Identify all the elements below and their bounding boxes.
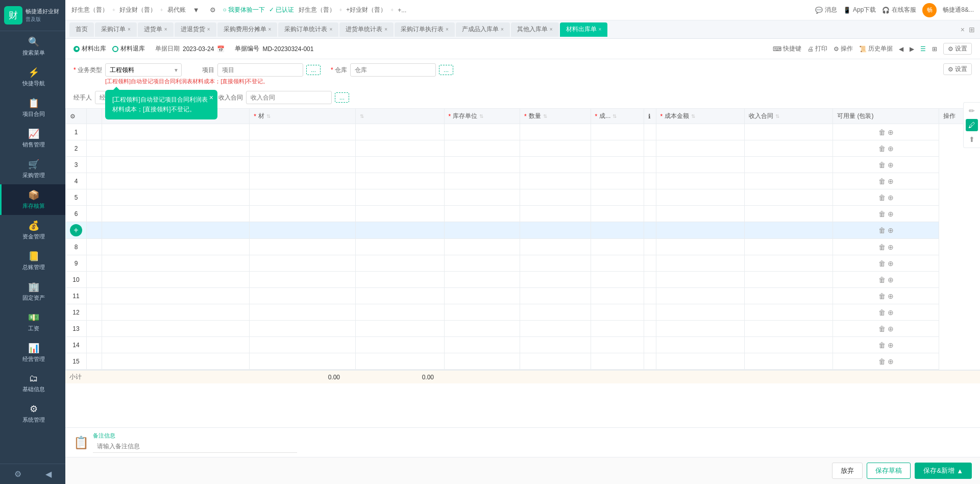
row-1-material[interactable] [102, 124, 250, 140]
save-new-dropdown-icon[interactable]: ▲ [957, 467, 963, 475]
tooltip-close-btn[interactable]: × [209, 92, 213, 103]
row-5-copy-btn[interactable]: ⊕ [888, 193, 894, 202]
sidebar-item-inventory[interactable]: 📦 库存核算 [0, 184, 65, 215]
row-7-copy-btn[interactable]: ⊕ [888, 226, 894, 234]
project-input[interactable] [217, 63, 303, 77]
tab-other-storage-close[interactable]: × [550, 27, 553, 32]
row-1-delete-btn[interactable]: 🗑 [878, 128, 886, 136]
row-2-project[interactable] [87, 140, 102, 157]
row-2-unit[interactable] [356, 140, 444, 157]
row-1-project[interactable] [87, 124, 102, 140]
doc-date-value[interactable]: 2023-03-24 [183, 45, 214, 53]
row-3-delete-btn[interactable]: 🗑 [878, 161, 886, 169]
row-1-copy-btn[interactable]: ⊕ [888, 128, 894, 136]
nav-link-haoyecai2[interactable]: +好业财（普） [346, 6, 386, 14]
row-4-copy-btn[interactable]: ⊕ [888, 177, 894, 185]
tab-product-storage-close[interactable]: × [501, 27, 504, 32]
row-3-copy-btn[interactable]: ⊕ [888, 161, 894, 169]
sidebar-item-fixed-assets[interactable]: 🏢 固定资产 [0, 276, 65, 307]
tab-incoming-stats[interactable]: 进货单统计表 × [339, 22, 394, 37]
nav-online-service-btn[interactable]: 🎧 在线客服 [882, 6, 916, 14]
tab-purchase-expense-close[interactable]: × [268, 27, 272, 32]
right-tool-edit-btn[interactable]: 🖊 [966, 119, 978, 131]
right-tool-upload-btn[interactable]: ⬆ [966, 133, 978, 146]
row-1-income-contract[interactable] [656, 124, 744, 140]
tab-purchase-order-close[interactable]: × [128, 27, 131, 32]
row-13-delete-btn[interactable]: 🗑 [878, 325, 886, 333]
calendar-icon[interactable]: 📅 [217, 45, 225, 53]
tab-purchase-stats-close[interactable]: × [329, 27, 332, 32]
tab-material-out[interactable]: 材料出库单 × [560, 22, 608, 37]
tab-incoming-close[interactable]: × [164, 27, 167, 32]
view-list-btn[interactable]: ☰ [920, 45, 926, 53]
row-2-spec[interactable] [250, 140, 356, 157]
row-2-copy-btn[interactable]: ⊕ [888, 144, 894, 153]
sidebar-item-accounting[interactable]: 📒 总账管理 [0, 246, 65, 276]
warehouse-more-btn[interactable]: ... [439, 65, 453, 75]
row-9-copy-btn[interactable]: ⊕ [888, 259, 894, 268]
row-12-delete-btn[interactable]: 🗑 [878, 308, 886, 317]
form-settings-btn[interactable]: ⚙ 设置 [943, 63, 972, 75]
new-row-input-2[interactable] [106, 227, 245, 234]
nav-link-haoshengyi2[interactable]: 好生意（普） [299, 6, 335, 14]
row-6-copy-btn[interactable]: ⊕ [888, 210, 894, 218]
tab-product-storage[interactable]: 产成品入库单 × [456, 22, 510, 37]
radio-material-out[interactable]: 材料出库 [74, 44, 106, 53]
income-contract-input[interactable] [246, 91, 332, 104]
sidebar-item-search[interactable]: 🔍 搜索菜单 [0, 31, 65, 62]
right-tool-annotate-btn[interactable]: ✏ [966, 105, 978, 117]
row-15-copy-btn[interactable]: ⊕ [888, 357, 894, 366]
tab-purchase-expense[interactable]: 采购费用分摊单 × [217, 22, 278, 37]
tab-incoming-stats-close[interactable]: × [384, 27, 387, 32]
income-contract-more-btn[interactable]: ... [335, 92, 349, 103]
sidebar-item-system[interactable]: ⚙ 系统管理 [0, 398, 65, 429]
row-5-delete-btn[interactable]: 🗑 [878, 193, 886, 202]
nav-username[interactable]: 畅捷通8&... [943, 6, 974, 14]
notes-input[interactable] [93, 440, 297, 453]
row-11-copy-btn[interactable]: ⊕ [888, 292, 894, 300]
business-type-select[interactable]: 工程领料 直接领料 [105, 63, 182, 77]
tab-material-out-close[interactable]: × [599, 27, 602, 32]
save-new-btn[interactable]: 保存&新增 ▲ [915, 463, 972, 479]
sidebar-settings-btn[interactable]: ⚙ [14, 469, 21, 479]
tab-incoming-return-close[interactable]: × [207, 27, 210, 32]
sidebar-item-salary[interactable]: 💵 工资 [0, 307, 65, 337]
sidebar-item-operations[interactable]: 📊 经营管理 [0, 337, 65, 368]
row-10-delete-btn[interactable]: 🗑 [878, 276, 886, 284]
row-1-available[interactable] [744, 124, 832, 140]
row-12-copy-btn[interactable]: ⊕ [888, 308, 894, 317]
sidebar-item-basic-info[interactable]: 🗂 基础信息 [0, 368, 65, 398]
tab-purchase-order[interactable]: 采购订单 × [95, 22, 137, 37]
tab-close-all-btn[interactable]: × [960, 25, 966, 35]
row-2-available[interactable] [744, 140, 832, 157]
nav-next-btn[interactable]: ▶ [910, 45, 914, 53]
sidebar-item-purchase[interactable]: 🛒 采购管理 [0, 154, 65, 184]
row-4-delete-btn[interactable]: 🗑 [878, 177, 886, 185]
row-10-copy-btn[interactable]: ⊕ [888, 276, 894, 284]
save-draft-btn[interactable]: 保存草稿 [867, 463, 911, 479]
sidebar-item-quick-nav[interactable]: ⚡ 快捷导航 [0, 62, 65, 92]
tab-purchase-exec-close[interactable]: × [446, 27, 449, 32]
nav-link-yidaizhang[interactable]: 易代账 [167, 6, 186, 14]
th-settings[interactable]: ⚙ [66, 109, 87, 124]
nav-link-more[interactable]: +... [398, 7, 406, 14]
nav-dropdown-btn[interactable]: ▼ [190, 5, 203, 15]
row-11-delete-btn[interactable]: 🗑 [878, 292, 886, 300]
row-8-copy-btn[interactable]: ⊕ [888, 243, 894, 251]
row-2-qty[interactable] [444, 140, 520, 157]
row-8-delete-btn[interactable]: 🗑 [878, 243, 886, 251]
warehouse-input[interactable] [350, 63, 436, 77]
row-2-material[interactable] [102, 140, 250, 157]
nav-experience-btn[interactable]: ○ 我要体验一下 [223, 6, 265, 14]
sidebar-item-sales[interactable]: 📈 销售管理 [0, 123, 65, 154]
print-btn[interactable]: 🖨 打印 [807, 44, 827, 53]
nav-link-haoshengyi[interactable]: 好生意（普） [71, 6, 108, 14]
row-2-income-contract[interactable] [656, 140, 744, 157]
operation-btn[interactable]: ⚙ 操作 [834, 44, 853, 53]
tab-other-storage[interactable]: 其他入库单 × [511, 22, 559, 37]
row-2-delete-btn[interactable]: 🗑 [878, 144, 886, 153]
tab-purchase-exec[interactable]: 采购订单执行表 × [395, 22, 455, 37]
row-13-copy-btn[interactable]: ⊕ [888, 325, 894, 333]
row-14-copy-btn[interactable]: ⊕ [888, 341, 894, 349]
row-6-delete-btn[interactable]: 🗑 [878, 210, 886, 218]
